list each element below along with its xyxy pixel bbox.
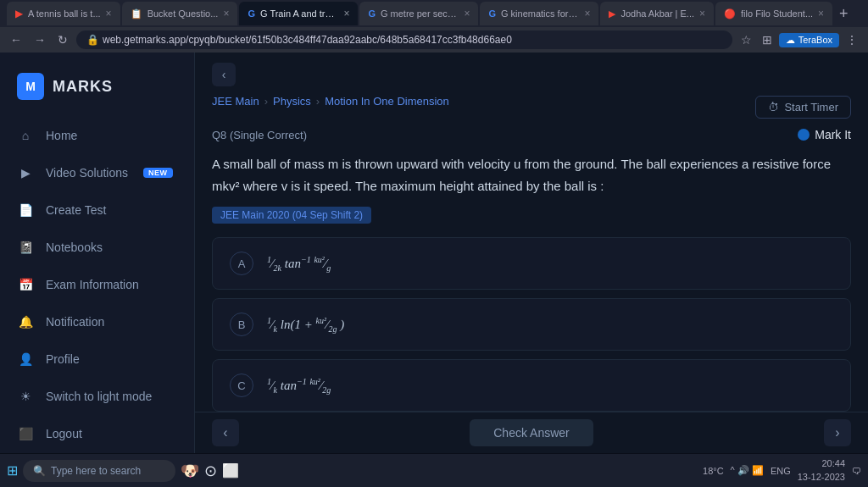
sidebar-item-switchmode-label: Switch to light mode	[46, 390, 152, 403]
task-widget-icon[interactable]: 🐶	[181, 462, 199, 480]
tab-close-icon[interactable]: ×	[699, 8, 705, 19]
tab-tennis[interactable]: ▶ A tennis ball is t... ×	[7, 2, 120, 25]
tab-kinematics[interactable]: G G kinematics form... ×	[480, 2, 598, 25]
option-c-text: 1⁄k tan−1 ku²⁄2g	[267, 377, 331, 395]
breadcrumb-sep2: ›	[316, 95, 320, 108]
breadcrumb: JEE Main › Physics › Motion In One Dimen…	[212, 95, 449, 108]
sidebar-item-notebooks-label: Notebooks	[46, 241, 103, 254]
sidebar: M MARKS ⌂ Home ▶ Video Solutions NEW 📄 C…	[0, 53, 195, 453]
sidebar-item-profile-label: Profile	[46, 352, 80, 366]
search-icon: 🔍	[33, 465, 46, 477]
sidebar-item-profile[interactable]: 👤 Profile	[0, 340, 194, 378]
browser-actions: ☆ ⊞ ☁ TeraBox ⋮	[737, 31, 861, 48]
question-text: A small ball of mass m is thrown upward …	[212, 153, 851, 196]
content-header: ‹	[195, 53, 868, 86]
reload-button[interactable]: ↻	[54, 31, 71, 48]
check-answer-button[interactable]: Check Answer	[470, 419, 593, 446]
option-b[interactable]: B 1⁄k ln(1 + ku²⁄2g )	[212, 298, 851, 351]
sidebar-bottom: ☀ Switch to light mode ⬛ Logout	[0, 378, 194, 452]
breadcrumb-jee[interactable]: JEE Main	[212, 95, 259, 108]
taskbar-right: 18°C ^ 🔊 📶 ENG 20:44 13-12-2023 🗨	[703, 457, 861, 484]
book-icon: 📓	[17, 239, 34, 256]
question-type-label: Q8 (Single Correct)	[212, 129, 307, 141]
menu-button[interactable]: ⋮	[843, 31, 861, 48]
sidebar-item-home-label: Home	[46, 129, 77, 142]
option-a[interactable]: A 1⁄2k tan−1 ku²⁄g	[212, 237, 851, 290]
mark-dot-icon	[798, 129, 810, 141]
cortana-icon[interactable]: ⊙	[204, 462, 217, 480]
home-icon: ⌂	[17, 127, 34, 144]
breadcrumb-physics[interactable]: Physics	[273, 95, 311, 108]
back-button[interactable]: ‹	[212, 63, 236, 86]
extension-button[interactable]: ⊞	[759, 31, 776, 48]
clock-display: 20:44 13-12-2023	[798, 457, 845, 484]
sidebar-item-notification[interactable]: 🔔 Notification	[0, 303, 194, 340]
sidebar-item-video-label: Video Solutions	[46, 166, 128, 180]
question-meta: Q8 (Single Correct) Mark It	[212, 128, 851, 141]
logo-text: MARKS	[53, 78, 113, 96]
tab-close-icon[interactable]: ×	[106, 8, 112, 19]
content-area: JEE Main › Physics › Motion In One Dimen…	[195, 86, 868, 412]
notification-icon[interactable]: 🗨	[852, 466, 861, 476]
tab-close-icon[interactable]: ×	[818, 8, 824, 19]
tab-close-icon[interactable]: ×	[223, 8, 229, 19]
option-c-label: C	[230, 374, 253, 397]
tab-bucket[interactable]: 📋 Bucket Questio... ×	[122, 2, 238, 25]
sidebar-item-home[interactable]: ⌂ Home	[0, 117, 194, 154]
logout-icon: ⬛	[17, 425, 34, 442]
tab-bar: ▶ A tennis ball is t... × 📋 Bucket Quest…	[0, 0, 868, 27]
taskbar-search[interactable]: 🔍 Type here to search	[23, 460, 175, 482]
option-a-text: 1⁄2k tan−1 ku²⁄g	[267, 255, 331, 273]
tab-close-icon[interactable]: ×	[584, 8, 590, 19]
start-timer-button[interactable]: ⏱ Start Timer	[755, 96, 851, 119]
sun-icon: ☀	[17, 388, 34, 405]
calendar-icon: 📅	[17, 276, 34, 293]
app-body: M MARKS ⌂ Home ▶ Video Solutions NEW 📄 C…	[0, 53, 868, 453]
tab-filo[interactable]: 🔴 filo Filo Student... ×	[715, 2, 832, 25]
terabox-button[interactable]: ☁ TeraBox	[779, 33, 839, 47]
mark-it-button[interactable]: Mark It	[798, 128, 851, 141]
bell-icon: 🔔	[17, 313, 34, 330]
tab-train-active[interactable]: G G Train A and trai... ×	[239, 2, 358, 25]
new-tab-button[interactable]: +	[834, 5, 854, 23]
user-icon: 👤	[17, 351, 34, 368]
windows-icon[interactable]: ⊞	[7, 462, 18, 479]
address-bar: ← → ↻ 🔒 web.getmarks.app/cpyqb/bucket/61…	[0, 27, 868, 53]
question-tag: JEE Main 2020 (04 Sep Shift 2)	[212, 207, 371, 224]
bookmark-button[interactable]: ☆	[737, 31, 755, 48]
forward-nav-button[interactable]: →	[31, 31, 49, 48]
breadcrumb-sep1: ›	[264, 95, 268, 108]
sidebar-item-examinfo-label: Exam Information	[46, 278, 139, 291]
sidebar-item-notification-label: Notification	[46, 315, 104, 329]
url-input[interactable]: 🔒 web.getmarks.app/cpyqb/bucket/61f50b3c…	[76, 30, 732, 49]
sidebar-item-createtest-label: Create Test	[46, 203, 106, 217]
sidebar-item-logout-label: Logout	[46, 427, 82, 440]
taskbar: ⊞ 🔍 Type here to search 🐶 ⊙ ⬜ 18°C ^ 🔊 📶…	[0, 453, 868, 487]
sidebar-item-notebooks[interactable]: 📓 Notebooks	[0, 229, 194, 266]
sidebar-item-logout[interactable]: ⬛ Logout	[0, 415, 194, 452]
clock-icon: ⏱	[768, 101, 779, 113]
option-b-text: 1⁄k ln(1 + ku²⁄2g )	[267, 316, 344, 334]
option-a-label: A	[230, 252, 253, 275]
task-view-icon[interactable]: ⬜	[222, 462, 239, 479]
prev-question-button[interactable]: ‹	[212, 419, 239, 446]
tab-jodha[interactable]: ▶ Jodha Akbar | E... ×	[600, 2, 714, 25]
back-nav-button[interactable]: ←	[7, 31, 25, 48]
tab-close-icon[interactable]: ×	[464, 8, 470, 19]
sidebar-item-exam-information[interactable]: 📅 Exam Information	[0, 266, 194, 303]
language-indicator: ENG	[771, 466, 791, 476]
taskbar-left: ⊞ 🔍 Type here to search 🐶 ⊙ ⬜	[7, 460, 239, 482]
tab-close-icon[interactable]: ×	[343, 8, 349, 19]
sidebar-item-video-solutions[interactable]: ▶ Video Solutions NEW	[0, 154, 194, 191]
option-b-label: B	[230, 313, 253, 336]
sidebar-item-switch-mode[interactable]: ☀ Switch to light mode	[0, 378, 194, 415]
tab-metre[interactable]: G G metre per seco... ×	[359, 2, 478, 25]
option-c[interactable]: C 1⁄k tan−1 ku²⁄2g	[212, 359, 851, 412]
sidebar-item-create-test[interactable]: 📄 Create Test	[0, 191, 194, 229]
next-question-button[interactable]: ›	[824, 419, 851, 446]
breadcrumb-topic[interactable]: Motion In One Dimension	[325, 95, 449, 108]
footer-nav: ‹ Check Answer ›	[195, 412, 868, 453]
video-icon: ▶	[17, 164, 34, 181]
system-icons: ^ 🔊 📶	[731, 465, 764, 476]
temp-display: 18°C	[703, 466, 724, 476]
